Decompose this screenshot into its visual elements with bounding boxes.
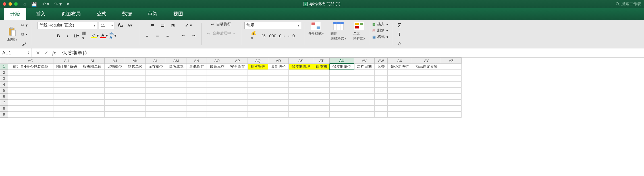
cell-AK9[interactable] [125,112,146,118]
col-header-AK[interactable]: AK [125,58,146,64]
accept-formula-icon[interactable]: ✓ [44,50,48,56]
cell-AR5[interactable] [268,88,289,94]
cell-AK2[interactable] [125,70,146,76]
decrease-font-button[interactable]: A▾ [126,22,134,29]
cell-AS9[interactable] [289,112,313,118]
cell-AU8[interactable] [330,106,354,112]
cell-AR1[interactable]: 最新进价 [268,64,289,70]
cell-AV9[interactable] [354,112,375,118]
cell-AW7[interactable] [375,100,388,106]
col-header-AS[interactable]: AS [289,58,313,64]
cell-AR4[interactable] [268,82,289,88]
cell-AH5[interactable] [53,88,80,94]
underline-button[interactable]: U ▾ [73,32,81,39]
cell-AJ5[interactable] [105,88,125,94]
cell-AL5[interactable] [146,88,166,94]
col-header-AI[interactable]: AI [80,58,105,64]
row-header-4[interactable]: 4 [0,82,8,88]
font-name-select[interactable]: 等线 Regular (正文)▾ [38,22,97,29]
cell-AZ2[interactable] [441,70,462,76]
cell-AZ6[interactable] [441,94,462,100]
cell-AM1[interactable]: 参考成本 [166,64,186,70]
cell-AN9[interactable] [186,112,207,118]
cell-AT3[interactable] [313,76,330,82]
align-center-button[interactable]: ≣ [153,32,161,39]
tab-开始[interactable]: 开始 [4,8,26,20]
decrease-indent-button[interactable]: ⇤ [180,32,188,39]
cell-AM9[interactable] [166,112,186,118]
align-right-button[interactable]: ≡ [164,32,172,39]
save-icon[interactable]: 💾 [31,1,37,7]
cell-AP6[interactable] [227,94,248,100]
cell-AX5[interactable] [388,88,412,94]
delete-cells-button[interactable]: ⊟删除 ▾ [372,28,389,33]
cell-AQ1[interactable]: 批次管理 [248,64,268,70]
cell-AL2[interactable] [146,70,166,76]
cell-AU6[interactable] [330,94,354,100]
bold-button[interactable]: B [55,32,63,39]
cancel-formula-icon[interactable]: ✕ [36,50,40,56]
cell-AP9[interactable] [227,112,248,118]
font-color-button[interactable]: A ▾ [100,32,108,39]
increase-font-button[interactable]: A▴ [117,22,124,29]
cell-AR2[interactable] [268,70,289,76]
cell-AG6[interactable] [8,94,53,100]
cell-AL4[interactable] [146,82,166,88]
tab-插入[interactable]: 插入 [30,8,52,20]
col-header-AM[interactable]: AM [166,58,186,64]
cell-AI5[interactable] [80,88,105,94]
cell-AI7[interactable] [80,100,105,106]
cell-AM4[interactable] [166,82,186,88]
cell-AX6[interactable] [388,94,412,100]
tab-视图[interactable]: 视图 [167,8,189,20]
cell-AS4[interactable] [289,82,313,88]
cell-AV4[interactable] [354,82,375,88]
cell-AN3[interactable] [186,76,207,82]
row-header-2[interactable]: 2 [0,70,8,76]
cell-AT8[interactable] [313,106,330,112]
cell-AH1[interactable]: 辅计量4条码 [53,64,80,70]
cell-AT4[interactable] [313,82,330,88]
cell-AI6[interactable] [80,94,105,100]
cell-AW3[interactable] [375,76,388,82]
cell-AJ3[interactable] [105,76,125,82]
cell-AU4[interactable] [330,82,354,88]
cell-AY9[interactable] [412,112,441,118]
tab-公式[interactable]: 公式 [90,8,113,20]
cell-AS1[interactable]: 保质期管理 [289,64,313,70]
number-format-select[interactable]: 常规▾ [244,22,301,29]
align-bottom-button[interactable]: ⬔ [169,22,177,29]
cell-AL7[interactable] [146,100,166,106]
cell-AW2[interactable] [375,70,388,76]
cell-AM7[interactable] [166,100,186,106]
tab-数据[interactable]: 数据 [116,8,138,20]
cell-AO1[interactable]: 最高库存 [207,64,227,70]
cell-AT2[interactable] [313,70,330,76]
cell-AV2[interactable] [354,70,375,76]
cell-AU7[interactable] [330,100,354,106]
cell-AU1[interactable]: 保质期单位 [330,64,354,70]
minimize-window-icon[interactable] [9,2,12,6]
cell-AZ9[interactable] [441,112,462,118]
col-header-AZ[interactable]: AZ [441,58,462,64]
cell-AY6[interactable] [412,94,441,100]
cell-AN8[interactable] [186,106,207,112]
cell-AN2[interactable] [186,70,207,76]
cell-AI8[interactable] [80,106,105,112]
cell-AU5[interactable] [330,88,354,94]
cell-AS5[interactable] [289,88,313,94]
name-box[interactable]: AU1 ▴▾ [0,48,32,57]
tab-页面布局[interactable]: 页面布局 [55,8,87,20]
cell-AU2[interactable] [330,70,354,76]
redo-icon[interactable]: ↷ ▾ [54,1,61,7]
close-window-icon[interactable] [3,2,6,6]
cell-AJ6[interactable] [105,94,125,100]
formula-input[interactable]: 保质期单位 [60,50,644,56]
cell-AR8[interactable] [268,106,289,112]
cell-AR9[interactable] [268,112,289,118]
cell-AT9[interactable] [313,112,330,118]
cell-AJ1[interactable]: 采购单位 [105,64,125,70]
cell-AK6[interactable] [125,94,146,100]
cell-AM8[interactable] [166,106,186,112]
cell-AU3[interactable] [330,76,354,82]
